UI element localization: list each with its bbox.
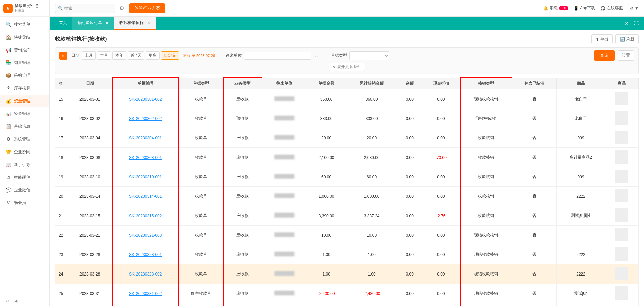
date-this-year[interactable]: 本年 (112, 51, 126, 60)
expand-conditions-btn[interactable]: ∨ 展开更多条件 (329, 63, 365, 71)
date-this-month[interactable]: 本月 (97, 51, 111, 60)
setting-button[interactable]: 设置 (618, 50, 634, 61)
voucher-link[interactable]: SK-20230304-001 (129, 136, 162, 140)
filter-bar: » 日期 上月 本月 本年 近7天 更多 自定义 (55, 47, 639, 74)
col-discount-val: 0.00 (422, 128, 460, 148)
sidebar-item-system[interactable]: ⚙ 系统管理 (0, 133, 49, 145)
sidebar-item-hardware[interactable]: 🖥 智能硬件 (0, 171, 49, 184)
voucher-type-select[interactable] (349, 51, 389, 60)
filter-partner-item: 往来单位 (226, 52, 311, 60)
tab-close-writeoff[interactable]: ✕ (147, 21, 150, 25)
sidebar-item-label: 畅会员 (14, 200, 26, 206)
sidebar-item-wechat[interactable]: 💬 企业微信 (0, 184, 49, 196)
home-icon: 🏠 (5, 34, 11, 40)
sidebar-item-sales[interactable]: 🏪 销售管理 (0, 56, 49, 69)
sidebar-item-marketing[interactable]: 📢 营销推广 (0, 44, 49, 56)
voucher-link[interactable]: SK-20230315-002 (129, 213, 162, 218)
date-custom[interactable]: 自定义 (161, 51, 179, 60)
maximize-icon[interactable]: ⛶ (633, 19, 640, 27)
col-included-val: 否 (512, 109, 557, 128)
voucher-link[interactable]: SK-20230302-002 (129, 116, 162, 121)
col-voucher-val: SK-20230328-001 (113, 245, 178, 264)
col-amount-val: 333.00 (307, 109, 346, 128)
sidebar-item-inventory[interactable]: 🗄 库存核算 (0, 82, 49, 95)
inventory-icon: 🗄 (5, 85, 11, 91)
col-voucher-val: SK-20230310-001 (113, 167, 178, 187)
col-balance-val: 0.00 (397, 148, 422, 167)
tab-close-prepay[interactable]: ✕ (105, 21, 109, 25)
col-amount-val: 10.00 (307, 226, 346, 245)
voucher-link[interactable]: SK-20230321-003 (129, 233, 162, 238)
query-button[interactable]: 查询 (594, 50, 615, 61)
col-included: 包含已结清 (512, 78, 557, 89)
col-voucher-type-val: 收款单 (178, 245, 223, 264)
close-tab-icon[interactable]: ✕ (623, 19, 630, 27)
voucher-link[interactable]: SK-20230331-002 (129, 291, 162, 296)
sidebar-item-basic[interactable]: 📋 基础信息 (0, 120, 49, 133)
col-writeoff-val: 预收款核销 (460, 303, 512, 306)
col-accum-val: 3,387.24 (346, 206, 397, 226)
date-range-display: 不限 至 2023-07-26 (183, 53, 215, 58)
col-date-val: 2023-03-31 (67, 284, 113, 303)
col-biz-type: 业务类型 (223, 78, 262, 89)
col-accum-val: 60.00 (346, 167, 397, 187)
collapse-icon[interactable]: ◀ (14, 299, 17, 303)
tab-prepay[interactable]: 预付款应付单 ✕ (72, 17, 114, 30)
filter-more-dots[interactable]: ... (315, 53, 320, 58)
sidebar-item-corp[interactable]: 🤝 企业协同 (0, 145, 49, 158)
filter-toggle-btn[interactable]: » (59, 52, 67, 60)
table-row: 15 2023-03-01 SK-20230301-002 收款单 应收款 36… (55, 89, 639, 109)
sidebar-item-member[interactable]: V 畅会员 (0, 196, 49, 209)
app-download-button[interactable]: 📱 App下载 (574, 5, 595, 11)
col-amount-val: 360.00 (307, 89, 346, 109)
sidebar-item-search[interactable]: 🔍 搜索菜单 (0, 18, 49, 31)
search-input[interactable] (64, 6, 105, 11)
voucher-link[interactable]: SK-20230308-001 (129, 155, 162, 160)
table-row: 26 2023-04-03 SK-20230403-002 收款单 预收款 20… (55, 303, 639, 306)
col-settings[interactable]: ⚙ (55, 78, 67, 89)
sidebar-item-label: 系统管理 (14, 136, 30, 142)
message-button[interactable]: 🔔 消息 99+ (543, 5, 568, 11)
page-header: 收款核销执行(按收款) ⬆ 导出 🔄 刷新 (55, 34, 639, 44)
topbar-search-box[interactable]: 🔍 (55, 4, 115, 13)
solution-button[interactable]: 体验行业方案 (129, 3, 165, 13)
col-balance-val: 0.00 (397, 226, 422, 245)
col-goods1-val (557, 226, 605, 245)
settings-icon[interactable]: ⚙ (5, 299, 9, 303)
col-included-val: 否 (512, 148, 557, 167)
tab-writeoff[interactable]: 收款核销执行 ✕ (114, 17, 156, 30)
col-writeoff-val: 现结收款核销 (460, 264, 512, 284)
date-more[interactable]: 更多 (146, 51, 160, 60)
sidebar-item-guide[interactable]: 📖 新手引导 (0, 158, 49, 171)
system-icon: ⚙ (5, 136, 11, 142)
col-partner-val (262, 89, 307, 109)
export-button[interactable]: ⬆ 导出 (591, 34, 613, 44)
voucher-link[interactable]: SK-20230310-001 (129, 175, 162, 179)
col-balance-val: 0.00 (397, 109, 422, 128)
col-voucher-type-val: 收款单 (178, 226, 223, 245)
col-voucher-no: 单据编号 (113, 78, 178, 89)
date-last-month[interactable]: 上月 (82, 51, 96, 60)
date-last-7days[interactable]: 近7天 (128, 51, 144, 60)
voucher-link[interactable]: SK-20230314-001 (129, 194, 162, 199)
sidebar-nav: 🔍 搜索菜单 🏠 快捷导航 📢 营销推广 🏪 销售管理 📦 采购管理 🗄 库存核… (0, 17, 49, 296)
sidebar-item-finance[interactable]: 💰 资金管理 (0, 95, 49, 107)
tab-home[interactable]: 首页 (54, 17, 72, 30)
col-discount-val: -70.00 (422, 148, 460, 167)
settings-gear-icon[interactable]: ⚙ (119, 5, 124, 11)
partner-input[interactable] (244, 52, 311, 60)
voucher-link[interactable]: SK-20230328-001 (129, 252, 162, 257)
voucher-link[interactable]: SK-20230301-002 (129, 97, 162, 102)
user-avatar[interactable]: Rit ▼ (628, 6, 639, 11)
voucher-link[interactable]: SK-20230328-002 (129, 272, 162, 277)
sidebar-item-purchase[interactable]: 📦 采购管理 (0, 69, 49, 82)
chevron-down-icon: ▼ (635, 6, 639, 11)
refresh-button[interactable]: 🔄 刷新 (615, 34, 639, 44)
sidebar-item-operation[interactable]: 📊 经营管理 (0, 107, 49, 120)
col-biz-type-val: 应收款 (223, 226, 262, 245)
sidebar-item-quick[interactable]: 🏠 快捷导航 (0, 31, 49, 44)
col-goods2-val (605, 284, 638, 303)
online-service-button[interactable]: 🎧 在线客服 (600, 5, 623, 11)
date-quick-btns: 上月 本月 本年 近7天 更多 自定义 (82, 51, 179, 60)
sidebar: 6 畅康道好生意 标推版 🔍 搜索菜单 🏠 快捷导航 📢 营销推广 🏪 销售管理… (0, 0, 50, 306)
